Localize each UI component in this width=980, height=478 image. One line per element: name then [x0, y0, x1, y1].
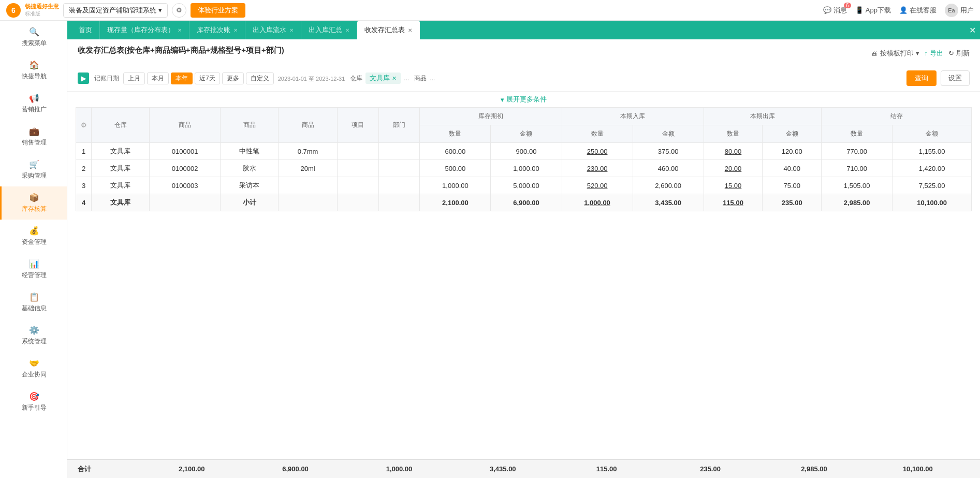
experience-button[interactable]: 体验行业方案 — [191, 3, 245, 18]
sidebar-item-finance[interactable]: 💰 资金管理 — [0, 220, 67, 253]
tab-receipt-summary[interactable]: 收发存汇总表 ✕ — [357, 21, 420, 39]
table-row: 1文具库0100001中性笔0.7mm600.00900.00250.00375… — [76, 143, 972, 160]
tab-home[interactable]: 首页 — [71, 21, 100, 39]
out-qty-cell[interactable]: 80.00 — [704, 143, 763, 160]
sidebar-item-enterprise[interactable]: 🤝 企业协同 — [0, 352, 67, 385]
seq-cell: 3 — [76, 177, 92, 194]
tab-batch-ledger-label: 库存批次账 — [197, 25, 230, 35]
tab-stock-dist[interactable]: 现存量（库存分布表） ✕ — [100, 21, 189, 39]
close-amt-cell: 1,155.00 — [893, 143, 972, 160]
tab-batch-ledger[interactable]: 库存批次账 ✕ — [189, 21, 245, 39]
name-cell: 胶水 — [221, 160, 279, 177]
tab-bar-close-button[interactable]: ✕ — [969, 25, 976, 35]
warehouse-cell: 文具库 — [92, 143, 150, 160]
name-cell: 中性笔 — [221, 143, 279, 160]
print-button[interactable]: 🖨 按模板打印 ▾ — [871, 49, 919, 58]
open-qty-cell: 1,000.00 — [420, 177, 491, 194]
date-btn-more[interactable]: 更多 — [222, 73, 244, 84]
date-btn-7days[interactable]: 近7天 — [195, 73, 220, 84]
sidebar-item-basic-info[interactable]: 📋 基础信息 — [0, 286, 67, 319]
page-header: 收发存汇总表(按仓库+商品编码+商品+规格型号+项目+部门) 🖨 按模板打印 ▾… — [67, 39, 980, 65]
tab-receipt-summary-close[interactable]: ✕ — [408, 27, 412, 33]
tab-in-out-summary-close[interactable]: ✕ — [345, 27, 349, 33]
tab-in-out-summary[interactable]: 出入库汇总 ✕ — [301, 21, 357, 39]
export-button[interactable]: ↑ 导出 — [925, 49, 944, 58]
open-amt-cell: 900.00 — [491, 143, 562, 160]
open-amt-cell: 6,900.00 — [491, 194, 562, 211]
table-wrapper: ⚙ 仓库 商品 商品 商品 项目 部门 库存期初 本期入库 本期出库 结存 — [67, 107, 980, 459]
warehouse-more-button[interactable]: ... — [404, 75, 409, 82]
expand-more-bar[interactable]: ▾ 展开更多条件 — [67, 92, 980, 107]
footer-values: 2,100.00 6,900.00 1,000.00 3,435.00 115.… — [140, 464, 970, 474]
out-qty-cell[interactable]: 20.00 — [704, 160, 763, 177]
col-close-qty-header: 数量 — [822, 125, 893, 143]
col-settings: ⚙ — [76, 108, 92, 143]
out-qty-cell[interactable]: 115.00 — [704, 194, 763, 211]
sidebar-item-quick-nav[interactable]: 🏠 快捷导航 — [0, 54, 67, 87]
app-download-button[interactable]: 📱 App下载 — [855, 6, 891, 15]
out-amt-cell: 75.00 — [763, 177, 822, 194]
home-icon: 🏠 — [29, 60, 39, 70]
query-button[interactable]: 查询 — [906, 70, 937, 86]
code-cell: 0100002 — [150, 160, 221, 177]
code-cell: 0100001 — [150, 143, 221, 160]
open-qty-cell: 600.00 — [420, 143, 491, 160]
close-amt-cell: 1,420.00 — [893, 160, 972, 177]
dropdown-arrow-icon: ▾ — [158, 6, 162, 14]
sidebar-item-newbie[interactable]: 🎯 新手引导 — [0, 385, 67, 418]
date-btn-last-month[interactable]: 上月 — [123, 73, 145, 84]
col-out-header: 本期出库 — [704, 108, 821, 125]
sidebar-item-system[interactable]: ⚙️ 系统管理 — [0, 319, 67, 352]
edition-label: 标准版 — [25, 10, 59, 18]
online-service-button[interactable]: 👤 在线客服 — [899, 6, 937, 15]
message-button[interactable]: 💬 消息 6 — [823, 6, 847, 15]
warehouse-cell: 文具库 — [92, 177, 150, 194]
warehouse-tag-close[interactable]: ✕ — [392, 75, 397, 82]
goods-more-button[interactable]: ... — [430, 75, 435, 82]
sidebar: 🔍 搜索菜单 🏠 快捷导航 📢 营销推广 💼 销售管理 🛒 采购管理 📦 库存核… — [0, 21, 67, 478]
filter-warehouse-section: 仓库 文具库 ✕ ... — [350, 73, 409, 84]
date-btn-this-year[interactable]: 本年 — [171, 73, 193, 84]
sidebar-item-sales[interactable]: 💼 销售管理 — [0, 120, 67, 153]
operation-icon: 📊 — [29, 259, 39, 269]
warehouse-cell: 文具库 — [92, 160, 150, 177]
in-qty-cell[interactable]: 1,000.00 — [562, 194, 633, 211]
code-cell: 0100003 — [150, 177, 221, 194]
tab-in-out-flow-close[interactable]: ✕ — [289, 27, 294, 33]
basic-info-icon: 📋 — [29, 292, 39, 302]
dept-cell — [378, 160, 420, 177]
open-qty-cell: 2,100.00 — [420, 194, 491, 211]
tab-stock-dist-close[interactable]: ✕ — [178, 27, 182, 33]
sidebar-label-newbie: 新手引导 — [22, 403, 47, 412]
settings-button[interactable]: ⚙ — [172, 3, 186, 18]
date-btn-this-month[interactable]: 本月 — [147, 73, 169, 84]
refresh-button[interactable]: ↻ 刷新 — [948, 49, 970, 58]
sidebar-item-inventory[interactable]: 📦 库存核算 — [0, 186, 67, 220]
sidebar-label-sales: 销售管理 — [22, 138, 47, 147]
sidebar-item-operation[interactable]: 📊 经营管理 — [0, 253, 67, 286]
sidebar-label-system: 系统管理 — [22, 337, 47, 346]
sidebar-label-purchase: 采购管理 — [22, 171, 47, 180]
warehouse-tag: 文具库 ✕ — [365, 73, 401, 84]
in-qty-cell[interactable]: 250.00 — [562, 143, 633, 160]
settings-small-button[interactable]: 设置 — [941, 70, 970, 86]
dept-cell — [378, 177, 420, 194]
out-qty-cell[interactable]: 15.00 — [704, 177, 763, 194]
gear-icon[interactable]: ⚙ — [79, 121, 88, 129]
system-title-dropdown[interactable]: 装备及固定资产辅助管理系统 ▾ — [63, 3, 168, 18]
sidebar-item-marketing[interactable]: 📢 营销推广 — [0, 87, 67, 120]
tab-batch-ledger-close[interactable]: ✕ — [233, 27, 238, 33]
col-open-amt-header: 金额 — [491, 125, 562, 143]
tab-in-out-flow[interactable]: 出入库流水 ✕ — [245, 21, 301, 39]
seq-cell: 1 — [76, 143, 92, 160]
user-button[interactable]: Ea 用户 — [945, 4, 974, 17]
sidebar-item-purchase[interactable]: 🛒 采购管理 — [0, 153, 67, 186]
filter-toggle-button[interactable]: ▶ — [78, 73, 89, 84]
col-out-amt-header: 金额 — [763, 125, 822, 143]
in-qty-cell[interactable]: 230.00 — [562, 160, 633, 177]
date-btn-custom[interactable]: 自定义 — [246, 73, 274, 84]
download-icon: 📱 — [855, 6, 864, 14]
sidebar-item-search[interactable]: 🔍 搜索菜单 — [0, 21, 67, 54]
spec-cell — [279, 194, 338, 211]
in-qty-cell[interactable]: 520.00 — [562, 177, 633, 194]
